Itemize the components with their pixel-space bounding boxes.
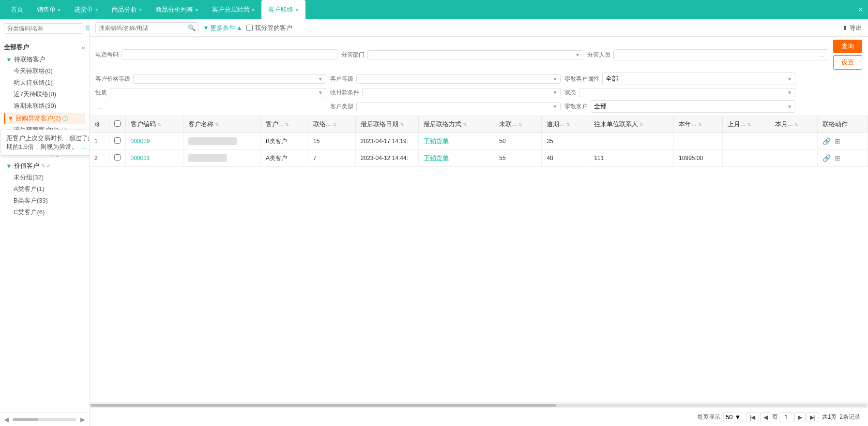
nav-customer-contact[interactable]: 客户联络 ×: [261, 0, 305, 19]
chevron-down-icon-scatter: ▼: [787, 104, 792, 109]
sort-year-icon[interactable]: ⇅: [698, 122, 702, 127]
sidebar-search-input[interactable]: [4, 23, 83, 34]
sidebar-item-today[interactable]: 今天待联络(0): [4, 65, 85, 77]
page-input[interactable]: [779, 412, 793, 422]
nav-sales[interactable]: 销售单 ×: [30, 0, 67, 19]
filter-scatter-prop: 零散客户属性 全部 ▼: [564, 73, 795, 85]
td-type-2: A类客户: [260, 150, 308, 167]
sidebar-all-customers[interactable]: 全部客户 «: [4, 41, 85, 54]
window-close-btn[interactable]: ×: [858, 5, 863, 15]
horizontal-scrollbar[interactable]: [90, 402, 868, 408]
page-first-btn[interactable]: |◀: [746, 412, 759, 422]
dept-select[interactable]: ▼: [367, 50, 583, 59]
td-method-1[interactable]: 下销货单: [418, 133, 494, 150]
info-icon-value[interactable]: ✓: [46, 163, 51, 169]
link-action-icon-2[interactable]: 🔗: [822, 154, 831, 162]
nav-product-analysis-close[interactable]: ×: [139, 7, 142, 13]
page-last-btn[interactable]: ▶|: [807, 412, 819, 422]
row1-checkbox[interactable]: [114, 137, 121, 144]
sort-tmonth-icon[interactable]: ⇅: [794, 122, 798, 127]
td-lmonth-1: [723, 133, 770, 150]
page-size-select[interactable]: 50 ▼: [723, 412, 743, 422]
grid-action-icon-1[interactable]: ⊞: [835, 137, 840, 145]
filter-row-3: 性质 ▼ 收付款条件 ▼ 状态: [95, 88, 862, 97]
sidebar-group-value-header[interactable]: ▼ 价值客户 ✎ ✓: [4, 160, 85, 172]
page-next-btn[interactable]: ▶: [794, 412, 806, 422]
sidebar-item-ungrouped[interactable]: 未分组(32): [4, 172, 85, 183]
sort-type-icon[interactable]: ⇅: [285, 122, 289, 127]
set-button[interactable]: 设置: [833, 55, 862, 70]
sidebar-collapse-icon[interactable]: «: [82, 44, 85, 51]
sidebar-item-overdue[interactable]: 逾期未联络(30): [4, 100, 85, 112]
row2-checkbox[interactable]: [114, 154, 121, 161]
search-icon[interactable]: 🔍: [188, 24, 196, 31]
sidebar-group-abnormal-header[interactable]: ▼ 回购异常客户(2) ⓘ: [4, 113, 85, 124]
scatter-prop-select[interactable]: 全部 ▼: [602, 73, 795, 85]
more-conditions-btn[interactable]: ▼ 更多条件 ▲: [203, 24, 243, 32]
staff-select[interactable]: ...: [613, 49, 829, 60]
sort-lmonth-icon[interactable]: ⇅: [747, 122, 751, 127]
edit-icon-value[interactable]: ✎: [41, 163, 46, 169]
td-code-2[interactable]: 000031: [125, 150, 183, 167]
nav-home[interactable]: 首页: [4, 0, 30, 19]
td-method-2[interactable]: 下销货单: [418, 150, 494, 167]
sort-date-icon[interactable]: ⇅: [400, 122, 404, 127]
sidebar-item-tomorrow[interactable]: 明天待联络(1): [4, 77, 85, 88]
cust-level-select[interactable]: ▼: [356, 74, 561, 84]
export-icon: ⬆: [842, 24, 848, 31]
sidebar-search-icon[interactable]: 🔍: [85, 25, 90, 32]
nav-sales-close[interactable]: ×: [58, 7, 61, 13]
grid-action-icon-2[interactable]: ⊞: [835, 154, 840, 162]
search-input[interactable]: [99, 25, 186, 31]
query-button[interactable]: 查询: [833, 40, 862, 53]
link-action-icon-1[interactable]: 🔗: [822, 137, 831, 145]
phone-input[interactable]: [122, 49, 337, 60]
sort-company-icon[interactable]: ⇅: [640, 122, 643, 127]
td-check-1: [109, 133, 125, 150]
row4-dots-btn[interactable]: ...: [95, 103, 105, 110]
scatter-select[interactable]: 全部 ▼: [591, 100, 795, 113]
nav-product-list-close[interactable]: ×: [195, 7, 198, 13]
chevron-down-icon-prop: ▼: [787, 76, 792, 82]
td-name-2[interactable]: [183, 150, 260, 167]
sidebar-item-type-b[interactable]: B类客户(33): [4, 195, 85, 206]
sidebar-item-7days[interactable]: 近7天待联络(0): [4, 88, 85, 100]
staff-dots-btn[interactable]: ...: [817, 51, 826, 59]
pay-select[interactable]: ▼: [362, 88, 561, 97]
sort-code-icon[interactable]: ⇅: [157, 122, 161, 127]
cust-type-select[interactable]: ▼: [356, 102, 561, 111]
my-customers-check[interactable]: 我分管的客户: [246, 24, 292, 32]
export-btn[interactable]: ⬆ 导出: [842, 24, 862, 32]
info-icon[interactable]: ⓘ: [62, 115, 68, 122]
page-prev-btn[interactable]: ◀: [760, 412, 771, 422]
sort-method-icon[interactable]: ⇅: [463, 122, 467, 127]
td-code-1[interactable]: 000039: [125, 133, 183, 150]
scrollbar-thumb[interactable]: [91, 404, 556, 407]
sidebar-scroll-left[interactable]: ◀: [2, 415, 11, 424]
sidebar-item-type-c[interactable]: C类客户(6): [4, 206, 85, 218]
td-name-1[interactable]: [183, 133, 260, 150]
nav-product-analysis[interactable]: 商品分析 ×: [105, 0, 149, 19]
td-overdue-1: 35: [542, 133, 589, 150]
nav-customer-segment-close[interactable]: ×: [252, 7, 255, 13]
sidebar-scroll-right[interactable]: ▶: [78, 415, 87, 424]
sort-name-icon[interactable]: ⇅: [215, 122, 219, 127]
status-select[interactable]: ▼: [579, 88, 795, 97]
gender-select[interactable]: ▼: [110, 88, 326, 97]
nav-purchase[interactable]: 进货单 ×: [67, 0, 105, 19]
sort-uncontacted-icon[interactable]: ⇅: [518, 122, 522, 127]
sort-contacts-icon[interactable]: ⇅: [333, 122, 336, 127]
my-customers-checkbox[interactable]: [246, 25, 253, 31]
table-row: 1 000039 B类客户 15 2023-04-17 14:19:: [90, 133, 868, 150]
settings-icon[interactable]: ⚙: [94, 121, 100, 128]
sort-overdue-icon[interactable]: ⇅: [566, 122, 570, 127]
nav-customer-contact-close[interactable]: ×: [295, 7, 298, 13]
select-all-checkbox[interactable]: [114, 120, 121, 127]
price-level-select[interactable]: ▼: [133, 74, 326, 84]
sidebar-group-pending-header[interactable]: ▼ 待联络客户: [4, 54, 85, 65]
sidebar-item-type-a[interactable]: A类客户(1): [4, 183, 85, 195]
nav-product-list[interactable]: 商品分析列表 ×: [149, 0, 205, 19]
nav-customer-segment[interactable]: 客户分层经营 ×: [205, 0, 261, 19]
nav-purchase-close[interactable]: ×: [95, 7, 98, 13]
tooltip-more[interactable]: ...: [81, 143, 87, 150]
